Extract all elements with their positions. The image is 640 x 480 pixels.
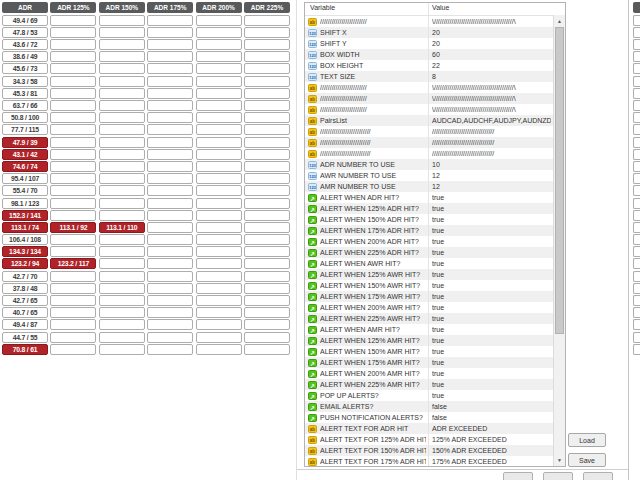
input-row[interactable]: abALERT TEXT FOR 125% ADR HIT125% ADR EX…: [305, 434, 553, 445]
input-row[interactable]: 123BOX HEIGHT22: [305, 60, 553, 71]
input-row[interactable]: 123SHIFT Y20: [305, 38, 553, 49]
input-row[interactable]: ↗ALERT WHEN 175% AWR HIT?true: [305, 291, 553, 302]
variable-value[interactable]: true: [432, 324, 551, 335]
input-row[interactable]: abALERT TEXT FOR ADR HITADR EXCEEDED: [305, 423, 553, 434]
variable-value[interactable]: true: [432, 280, 551, 291]
input-row[interactable]: ↗ALERT WHEN 125% AMR HIT?true: [305, 335, 553, 346]
input-row[interactable]: ↗ALERT WHEN 125% AWR HIT?true: [305, 269, 553, 280]
input-row[interactable]: abALERT TEXT FOR 175% ADR HIT175% ADR EX…: [305, 456, 553, 467]
input-row[interactable]: ↗ALERT WHEN AWR HIT?true: [305, 258, 553, 269]
input-row[interactable]: 123AMR NUMBER TO USE12: [305, 181, 553, 192]
input-row[interactable]: ↗ALERT WHEN 225% AMR HIT?true: [305, 379, 553, 390]
variable-value[interactable]: true: [432, 368, 551, 379]
input-row[interactable]: ab////////////////////////\/////////////…: [305, 16, 553, 27]
variable-value[interactable]: true: [432, 225, 551, 236]
variable-value[interactable]: true: [432, 379, 551, 390]
scroll-up-icon[interactable]: ▲: [554, 15, 565, 27]
save-button[interactable]: Save: [568, 453, 606, 467]
table-row: 49.4 / 87: [2, 319, 292, 330]
footer-partial-button-2[interactable]: [543, 472, 573, 480]
input-row[interactable]: 123SHIFT X20: [305, 27, 553, 38]
variable-value[interactable]: true: [432, 214, 551, 225]
variable-value[interactable]: true: [432, 192, 551, 203]
table-row: 44.7 / 55: [2, 332, 292, 343]
input-row[interactable]: ↗ALERT WHEN 200% AWR HIT?true: [305, 302, 553, 313]
input-row[interactable]: ↗ALERT WHEN 225% AWR HIT?true: [305, 313, 553, 324]
input-row[interactable]: ↗ALERT WHEN 175% AMR HIT?true: [305, 357, 553, 368]
input-row[interactable]: ↗ALERT WHEN 200% AMR HIT?true: [305, 368, 553, 379]
input-row[interactable]: ab////////////////////////\/////////////…: [305, 93, 553, 104]
variable-value[interactable]: true: [432, 291, 551, 302]
variable-value[interactable]: true: [432, 203, 551, 214]
input-row[interactable]: ↗ALERT WHEN 150% AWR HIT?true: [305, 280, 553, 291]
input-row[interactable]: ↗POP UP ALERTS?true: [305, 390, 553, 401]
input-row[interactable]: abALERT TEXT FOR 150% ADR HIT150% ADR EX…: [305, 445, 553, 456]
variable-value[interactable]: true: [432, 269, 551, 280]
scrollbar-thumb[interactable]: [555, 27, 564, 334]
variable-value[interactable]: 12: [432, 170, 551, 181]
variable-value[interactable]: true: [432, 247, 551, 258]
variable-value[interactable]: ////////////////////////////////: [432, 148, 551, 159]
variable-value[interactable]: 22: [432, 60, 551, 71]
input-row[interactable]: ab//////////////////////////////////////…: [305, 137, 553, 148]
variable-value[interactable]: 175% ADR EXCEEDED: [432, 456, 551, 467]
input-row[interactable]: 123AWR NUMBER TO USE12: [305, 170, 553, 181]
input-row[interactable]: ↗ALERT WHEN AMR HIT?true: [305, 324, 553, 335]
vertical-scrollbar[interactable]: ▲ ▼: [553, 15, 565, 466]
input-row[interactable]: ↗ALERT WHEN 150% AMR HIT?true: [305, 346, 553, 357]
input-row[interactable]: ↗ALERT WHEN 125% ADR HIT?true: [305, 203, 553, 214]
variable-value[interactable]: true: [432, 302, 551, 313]
input-row[interactable]: 123ADR NUMBER TO USE10: [305, 159, 553, 170]
input-row[interactable]: ↗EMAIL ALERTS?false: [305, 401, 553, 412]
variable-value[interactable]: 20: [432, 27, 551, 38]
variable-value[interactable]: \///////////////////////////////////////…: [432, 104, 551, 115]
footer-partial-button-3[interactable]: [583, 472, 613, 480]
input-row[interactable]: ↗ALERT WHEN 175% ADR HIT?true: [305, 225, 553, 236]
variable-value[interactable]: ////////////////////////////////: [432, 126, 551, 137]
load-button[interactable]: Load: [568, 433, 606, 447]
variable-value[interactable]: \///////////////////////////////////////…: [432, 16, 551, 27]
input-row[interactable]: 123BOX WIDTH60: [305, 49, 553, 60]
input-row[interactable]: ab////////////////////////\/////////////…: [305, 82, 553, 93]
sliver-cell: [633, 271, 640, 282]
variable-value[interactable]: 12: [432, 181, 551, 192]
variable-name: ALERT WHEN 225% AMR HIT?: [320, 381, 426, 388]
input-row[interactable]: ↗PUSH NOTIFICATION ALERTS?false: [305, 412, 553, 423]
scroll-down-icon[interactable]: ▼: [554, 454, 565, 466]
input-row[interactable]: ab////////////////////////\/////////////…: [305, 104, 553, 115]
string-type-icon: ab: [308, 117, 317, 125]
variable-value[interactable]: ////////////////////////////////: [432, 137, 551, 148]
variable-value[interactable]: false: [432, 412, 551, 423]
variable-value[interactable]: true: [432, 346, 551, 357]
variable-value[interactable]: true: [432, 390, 551, 401]
variable-value[interactable]: true: [432, 357, 551, 368]
variable-value[interactable]: true: [432, 236, 551, 247]
adr-cell-alert: 74.6 / 74: [2, 161, 48, 172]
input-row[interactable]: ↗ALERT WHEN 150% ADR HIT?true: [305, 214, 553, 225]
input-row[interactable]: ab//////////////////////////////////////…: [305, 148, 553, 159]
variable-value[interactable]: \///////////////////////////////////////…: [432, 82, 551, 93]
variable-value[interactable]: true: [432, 258, 551, 269]
input-row[interactable]: abPairsListAUDCAD,AUDCHF,AUDJPY,AUDNZD,A…: [305, 115, 553, 126]
variable-value[interactable]: AUDCAD,AUDCHF,AUDJPY,AUDNZD,AUD...: [432, 115, 551, 126]
variable-value[interactable]: 125% ADR EXCEEDED: [432, 434, 551, 445]
variable-value[interactable]: \///////////////////////////////////////…: [432, 93, 551, 104]
variable-value[interactable]: 60: [432, 49, 551, 60]
variable-value[interactable]: 150% ADR EXCEEDED: [432, 445, 551, 456]
input-row[interactable]: ↗ALERT WHEN ADR HIT?true: [305, 192, 553, 203]
variable-value[interactable]: 8: [432, 71, 551, 82]
input-row[interactable]: ↗ALERT WHEN 225% ADR HIT?true: [305, 247, 553, 258]
variable-value[interactable]: 10: [432, 159, 551, 170]
variable-value[interactable]: 20: [432, 38, 551, 49]
variable-value[interactable]: false: [432, 401, 551, 412]
adr-cell-alert: 123.2 / 117: [50, 258, 96, 269]
variable-value[interactable]: ADR EXCEEDED: [432, 423, 551, 434]
input-row[interactable]: ab//////////////////////////////////////…: [305, 126, 553, 137]
adr-cell: [50, 234, 96, 245]
sliver-cell: [633, 198, 640, 209]
footer-partial-button-1[interactable]: [503, 472, 533, 480]
variable-value[interactable]: true: [432, 335, 551, 346]
input-row[interactable]: 123TEXT SIZE8: [305, 71, 553, 82]
input-row[interactable]: ↗ALERT WHEN 200% ADR HIT?true: [305, 236, 553, 247]
variable-value[interactable]: true: [432, 313, 551, 324]
